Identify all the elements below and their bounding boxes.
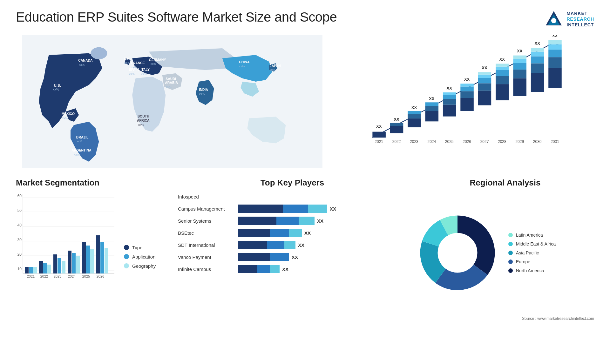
svg-text:CANADA: CANADA [78, 58, 93, 62]
player-bar-light-campus [308, 205, 327, 213]
svg-rect-131 [76, 256, 80, 273]
player-bar-bsetec [238, 229, 302, 237]
svg-rect-55 [443, 92, 456, 95]
svg-rect-90 [548, 40, 562, 44]
svg-text:MEXICO: MEXICO [62, 112, 75, 116]
player-bar-vanco [238, 253, 289, 261]
svg-text:xx%: xx% [270, 68, 275, 71]
top-section: U.S. xx% CANADA xx% MEXICO xx% BRAZIL xx… [16, 35, 594, 168]
regional-label-europe: Europe [516, 259, 530, 264]
svg-rect-134 [86, 246, 90, 273]
svg-rect-126 [58, 258, 61, 273]
svg-text:xx%: xx% [129, 72, 135, 76]
regional-dot-na [508, 268, 513, 273]
svg-rect-50 [425, 102, 438, 106]
legend-geography: Geography [124, 263, 156, 269]
seg-chart-area: 60 50 40 30 20 10 [16, 192, 168, 321]
svg-rect-39 [372, 132, 386, 138]
svg-rect-81 [531, 64, 544, 73]
svg-text:U.S.: U.S. [54, 84, 61, 87]
player-row-campus: Campus Management XX [178, 205, 407, 213]
svg-text:2027: 2027 [480, 139, 489, 144]
player-bar-light-senior [299, 217, 315, 225]
player-bar-light-bsetec [289, 229, 302, 237]
svg-text:AFRICA: AFRICA [137, 118, 150, 122]
svg-point-4 [91, 47, 107, 59]
player-bar-light-sdt [284, 241, 295, 249]
player-row-sdt: SDT International XX [178, 241, 407, 249]
svg-text:XX: XX [446, 86, 452, 91]
svg-text:2026: 2026 [463, 139, 471, 144]
svg-rect-45 [408, 114, 421, 118]
svg-text:50: 50 [17, 208, 22, 213]
player-bar-wrap-vanco: XX [238, 253, 407, 261]
player-xx-vanco: XX [292, 254, 298, 260]
bar-chart-container: XX XX XX XX [338, 35, 594, 168]
svg-rect-84 [531, 48, 544, 52]
svg-rect-62 [478, 91, 491, 105]
svg-rect-87 [548, 57, 562, 68]
player-bar-dark-campus [238, 205, 283, 213]
svg-text:ARABIA: ARABIA [165, 81, 178, 84]
player-bar-dark-vanco [238, 253, 270, 261]
player-xx-campus: XX [330, 206, 336, 212]
player-row-infinite: Infinite Campus XX [178, 265, 407, 273]
svg-text:U.K.: U.K. [124, 57, 131, 61]
player-name-senior: Senior Systems [178, 218, 235, 224]
svg-rect-59 [460, 86, 474, 91]
bottom-section: Market Segmentation 60 50 40 30 20 10 [16, 178, 594, 321]
player-name-bsetec: BSEtec [178, 230, 235, 236]
player-bar-wrap-senior: XX [238, 217, 407, 225]
svg-rect-130 [72, 253, 76, 273]
svg-rect-74 [513, 78, 526, 96]
svg-text:10: 10 [17, 267, 22, 271]
svg-rect-46 [408, 111, 421, 114]
svg-text:SPAIN: SPAIN [129, 68, 139, 71]
regional-legend-europe: Europe [508, 259, 556, 264]
player-name-sdt: SDT International [178, 242, 235, 248]
regional-title: Regional Analysis [416, 178, 594, 188]
svg-text:2025: 2025 [445, 139, 453, 144]
svg-text:JAPAN: JAPAN [270, 64, 281, 68]
player-bar-dark-bsetec [238, 229, 270, 237]
player-bar-sdt [238, 241, 295, 249]
svg-rect-58 [460, 91, 474, 98]
svg-rect-117 [25, 267, 29, 273]
svg-text:xx%: xx% [199, 92, 205, 96]
player-row-bsetec: BSEtec XX [178, 229, 407, 237]
legend-dot-application [124, 254, 129, 259]
svg-text:XX: XX [482, 65, 487, 70]
svg-text:2023: 2023 [410, 139, 418, 144]
legend-dot-type [124, 245, 129, 250]
svg-text:60: 60 [17, 194, 22, 198]
svg-rect-65 [478, 75, 491, 78]
svg-text:xx%: xx% [166, 85, 172, 89]
svg-text:2021: 2021 [375, 139, 383, 144]
player-bar-wrap-infinite: XX [238, 265, 407, 273]
svg-text:40: 40 [17, 223, 22, 227]
svg-text:xx%: xx% [53, 87, 59, 91]
svg-rect-135 [90, 249, 94, 273]
svg-text:XX: XX [394, 117, 399, 122]
segmentation-title: Market Segmentation [16, 178, 168, 188]
regional-container: Regional Analysis [416, 178, 594, 321]
regional-dot-mea [508, 242, 513, 246]
logo-icon [544, 10, 563, 29]
page-title: Education ERP Suites Software Market Siz… [16, 10, 337, 25]
svg-rect-133 [82, 242, 86, 273]
svg-rect-70 [496, 70, 509, 76]
svg-rect-72 [496, 64, 509, 66]
svg-rect-53 [443, 99, 456, 104]
svg-rect-86 [548, 68, 562, 88]
svg-text:2022: 2022 [392, 139, 401, 144]
svg-rect-89 [548, 44, 562, 50]
player-row-senior: Senior Systems XX [178, 217, 407, 225]
regional-legend: Latin America Middle East & Africa Asia … [508, 233, 556, 273]
player-bar-wrap-sdt: XX [238, 241, 407, 249]
regional-legend-asia: Asia Pacific [508, 250, 556, 255]
svg-point-146 [438, 234, 477, 272]
legend-dot-geography [124, 263, 129, 268]
svg-text:CHINA: CHINA [239, 60, 250, 64]
source-text: Source : www.marketresearchintellect.com [416, 316, 594, 321]
svg-text:FRANCE: FRANCE [131, 61, 145, 65]
